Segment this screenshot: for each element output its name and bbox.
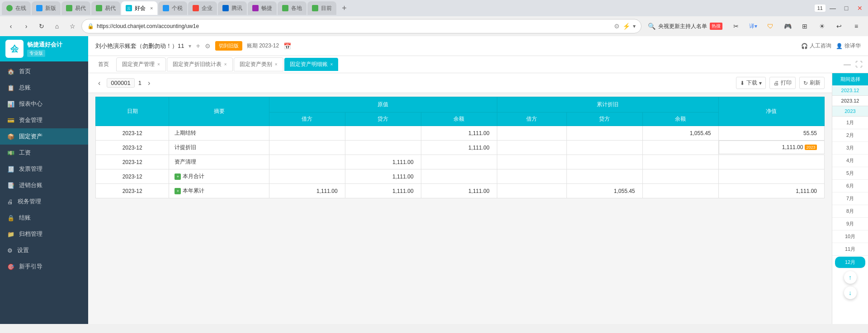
sidebar-item-archive[interactable]: 📁 归档管理 <box>0 226 88 242</box>
cell-accum-debit <box>497 169 566 184</box>
cell-orig-debit <box>269 126 345 141</box>
period-month-4[interactable]: 4月 <box>832 155 868 167</box>
prev-account-btn[interactable]: ‹ <box>95 78 103 88</box>
translate-icon[interactable]: 译▾ <box>746 19 760 33</box>
tab-fixed-management[interactable]: 固定资产管理 × <box>116 57 166 71</box>
tab-close-icon[interactable]: × <box>224 62 227 67</box>
download-btn[interactable]: ⬇ 下载 ▾ <box>736 77 766 89</box>
forward-button[interactable]: › <box>20 20 33 33</box>
scroll-down-btn[interactable]: ↓ <box>844 286 857 299</box>
close-btn[interactable]: ✕ <box>854 2 866 14</box>
browser-tab-tencent[interactable]: 腾讯 <box>218 1 247 15</box>
user-button[interactable]: 👤 徐译华 <box>836 42 861 50</box>
cell-summary: + 本月合计 <box>169 169 269 184</box>
search-icon: 🔍 <box>648 23 656 30</box>
period-month-3[interactable]: 3月 <box>832 142 868 155</box>
purchase-icon: 📑 <box>7 182 14 189</box>
restore-btn[interactable]: □ <box>840 2 853 14</box>
tab-close-icon[interactable]: × <box>330 62 333 67</box>
lock-icon: 🔒 <box>87 23 94 29</box>
grid-icon[interactable]: ⊞ <box>797 19 812 33</box>
browser-tab-online[interactable]: 在线 <box>2 1 31 15</box>
next-account-btn[interactable]: › <box>145 78 153 88</box>
address-bar[interactable]: 🔒 https://cloud.chanjet.com/accounting/u… <box>81 19 642 33</box>
sidebar-item-report[interactable]: 📊 报表中心 <box>0 96 88 112</box>
calendar-icon[interactable]: 📅 <box>283 42 291 50</box>
cell-accum-credit <box>566 169 642 184</box>
dropdown-icon[interactable]: ▾ <box>633 23 636 29</box>
new-tab-button[interactable]: + <box>337 1 351 15</box>
period-month-5[interactable]: 5月 <box>832 167 868 180</box>
tab-label: 固定资产明细账 <box>290 61 328 68</box>
browser-tab-qiye[interactable]: 企业 <box>188 1 217 15</box>
period-month-6[interactable]: 6月 <box>832 180 868 192</box>
shield-icon[interactable]: 🛡 <box>763 19 778 33</box>
period-month-11[interactable]: 11月 <box>832 243 868 256</box>
sidebar-item-ledger[interactable]: 📋 总账 <box>0 80 88 96</box>
period-month-9[interactable]: 9月 <box>832 218 868 230</box>
gamepad-icon[interactable]: 🎮 <box>780 19 795 33</box>
refresh-btn[interactable]: ↻ 刷新 <box>799 77 825 89</box>
sidebar-item-home[interactable]: 🏠 首页 <box>0 63 88 80</box>
sidebar-item-purchase[interactable]: 📑 进销台账 <box>0 177 88 193</box>
cell-accum-balance <box>642 141 718 155</box>
back-button[interactable]: ‹ <box>5 20 17 33</box>
menu-icon[interactable]: ≡ <box>849 19 863 33</box>
period-month-1[interactable]: 1月 <box>832 117 868 129</box>
browser-tab-new[interactable]: 新版 <box>32 1 61 15</box>
maximize-content-btn[interactable]: ⛶ <box>854 61 864 69</box>
home-button[interactable]: ⌂ <box>51 20 63 33</box>
tab-close-btn[interactable]: × <box>150 5 153 11</box>
scissors-icon[interactable]: ✂ <box>729 19 743 33</box>
sidebar-item-settings[interactable]: ⚙ 设置 <box>0 242 88 258</box>
row-icon-plus: + <box>175 174 181 180</box>
add-button[interactable]: + <box>196 42 200 50</box>
dropdown-arrow[interactable]: ▾ <box>189 43 191 49</box>
tab-home[interactable]: 首页 <box>92 58 115 71</box>
browser-tab-yidai1[interactable]: 易代 <box>61 1 90 15</box>
period-month-7[interactable]: 7月 <box>832 192 868 205</box>
period-month-8[interactable]: 8月 <box>832 205 868 218</box>
undo-icon[interactable]: ↩ <box>832 19 846 33</box>
scroll-up-btn[interactable]: ↑ <box>844 271 857 284</box>
browser-tab-geshui[interactable]: 个税 <box>158 1 187 15</box>
nav-label: 报表中心 <box>19 100 42 108</box>
print-btn[interactable]: 🖨 打印 <box>769 77 796 89</box>
table-row: 2023-12 + 本月合计 1,111.00 <box>96 169 825 184</box>
sidebar-item-closing[interactable]: 🔒 结账 <box>0 210 88 226</box>
period-month-2[interactable]: 2月 <box>832 129 868 142</box>
browser-tab-gedi[interactable]: 各地 <box>278 1 307 15</box>
asset-detail-table: 日期 摘要 原值 累计折旧 净值 借方 贷方 余额 借方 <box>95 97 825 198</box>
tab-depreciation-stats[interactable]: 固定资产折旧统计表 × <box>167 57 233 71</box>
settings-small-icon[interactable]: ⚙ <box>205 42 211 50</box>
tab-asset-category[interactable]: 固定资产类别 × <box>234 57 283 71</box>
period-month-10[interactable]: 10月 <box>832 230 868 243</box>
sidebar-item-funds[interactable]: 💳 资金管理 <box>0 112 88 128</box>
sidebar-item-salary[interactable]: 💵 工资 <box>0 145 88 161</box>
sidebar-item-tax[interactable]: 🖨 税务管理 <box>0 193 88 210</box>
tab-close-icon[interactable]: × <box>275 62 278 67</box>
browser-tab-changjie[interactable]: 畅捷 <box>248 1 277 15</box>
report-icon: 📊 <box>7 101 14 108</box>
tab-favicon <box>96 5 102 11</box>
help-button[interactable]: 🎧 人工咨询 <box>801 42 831 50</box>
tab-asset-detail[interactable]: 固定资产明细账 × <box>284 58 339 71</box>
tab-close-icon[interactable]: × <box>157 62 160 67</box>
sidebar-item-fixed-assets[interactable]: 📦 固定资产 <box>0 128 88 145</box>
reload-button[interactable]: ↻ <box>35 20 48 33</box>
nav-label: 设置 <box>17 246 29 254</box>
browser-tab-mubiao[interactable]: 目前 <box>307 1 336 15</box>
cell-net-value: 1,111.00 <box>718 184 825 198</box>
browser-tab-yidai2[interactable]: 易代 <box>91 1 120 15</box>
sidebar-item-invoice[interactable]: 🧾 发票管理 <box>0 161 88 177</box>
tab-bar: 在线 新版 易代 易代 云 好会 × 个税 企业 腾讯 <box>0 0 868 16</box>
sidebar-item-guide[interactable]: 🎯 新手引导 <box>0 258 88 275</box>
minimize-content-btn[interactable]: — <box>842 61 853 69</box>
period-month-12[interactable]: 12月 <box>835 257 865 268</box>
browser-tab-haohui[interactable]: 云 好会 × <box>121 1 157 15</box>
old-version-btn[interactable]: 切到旧版 <box>215 41 242 51</box>
brightness-icon[interactable]: ☀ <box>815 19 829 33</box>
minimize-btn[interactable]: — <box>826 2 839 14</box>
bookmark-button[interactable]: ☆ <box>66 20 79 33</box>
download-icon: ⬇ <box>740 80 745 86</box>
